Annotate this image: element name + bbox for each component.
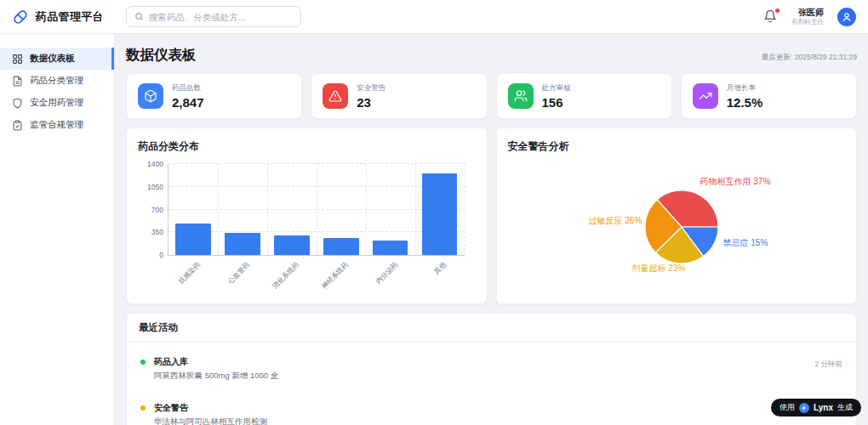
app-title: 药品管理平台 (36, 9, 104, 25)
recent-activity-title: 最近活动 (127, 314, 856, 343)
x-axis-label: 抗感染药 (176, 260, 202, 286)
stat-cards: 药品总数 2,847 安全警告 23 处方审核 156 (126, 73, 857, 119)
status-dot (140, 405, 146, 411)
bar-chart-title: 药品分类分布 (138, 139, 199, 154)
y-axis-tick: 700 (151, 206, 163, 214)
stat-label: 安全警告 (357, 83, 385, 94)
app-header: 药品管理平台 张医师 药剂科主任 (0, 0, 868, 34)
stat-card-monthly-growth: 月增长率 12.5% (681, 73, 857, 119)
lynx-logo-icon (799, 403, 809, 413)
x-axis-label: 内分泌药 (374, 260, 399, 286)
app-logo: 药品管理平台 (12, 8, 104, 26)
y-axis-tick: 0 (159, 251, 163, 259)
user-role: 药剂科主任 (792, 18, 825, 26)
stat-value: 12.5% (727, 95, 763, 110)
stat-card-prescription-review: 处方审核 156 (496, 73, 672, 119)
search-icon (134, 12, 144, 21)
pie-chart-plot: 药物相互作用 37%禁忌症 15%剂量超标 23%过敏反应 26% (497, 128, 857, 303)
badge-brand: Lynx (814, 403, 833, 412)
gridline (317, 164, 317, 255)
gridline (366, 164, 367, 255)
stat-value: 156 (542, 95, 571, 110)
sidebar-item-label: 安全用药管理 (30, 97, 83, 109)
activity-time: 2 分钟前 (814, 356, 842, 370)
activity-item-stock-in: 药品入库 阿莫西林胶囊 500mg 新增 1000 盒 2 分钟前 (140, 356, 842, 382)
x-axis-label: 其他 (432, 260, 448, 276)
gridline (415, 164, 416, 255)
users-icon (508, 83, 534, 109)
stat-value: 23 (357, 95, 385, 110)
pie-label-禁忌症: 禁忌症 15% (723, 237, 768, 249)
shield-icon (12, 98, 23, 109)
sidebar-item-label: 数据仪表板 (30, 53, 75, 65)
x-axis-label: 消化系统药 (270, 260, 300, 291)
gridline (267, 164, 268, 255)
activity-item-safety-warning: 安全警告 华法林与阿司匹林相互作用检测 (140, 402, 842, 425)
stat-label: 处方审核 (542, 83, 571, 94)
activity-desc: 阿莫西林胶囊 500mg 新增 1000 盒 (154, 371, 278, 382)
notification-dot (775, 8, 779, 13)
user-info: 张医师 药剂科主任 (792, 8, 825, 26)
stat-value: 2,847 (172, 95, 204, 110)
sidebar-item-safety[interactable]: 安全用药管理 (0, 92, 114, 114)
last-updated: 最后更新: 2025/8/29 21:31:29 (762, 53, 857, 63)
x-axis-label: 心血管药 (226, 260, 251, 286)
lynx-generated-badge[interactable]: 使用 Lynx 生成 (771, 399, 861, 416)
status-dot (140, 360, 146, 365)
sidebar-item-compliance[interactable]: 监管合规管理 (0, 114, 114, 136)
pie-label-过敏反应: 过敏反应 26% (589, 215, 642, 227)
x-axis-label: 神经系统药 (319, 260, 350, 291)
pie-label-药物相互作用: 药物相互作用 37% (700, 176, 771, 188)
dashboard-icon (12, 54, 23, 65)
bar-chart-plot: 035070010501400抗感染药心血管药消化系统药神经系统药内分泌药其他 (168, 164, 465, 256)
pie-label-剂量超标: 剂量超标 23% (632, 263, 686, 275)
gridline (218, 164, 219, 255)
pie-chart-card: 安全警告分析 药物相互作用 37%禁忌症 15%剂量超标 23%过敏反应 26% (496, 128, 858, 304)
badge-prefix: 使用 (779, 402, 795, 413)
stat-label: 月增长率 (727, 83, 763, 94)
notifications-button[interactable] (763, 9, 779, 25)
y-axis-tick: 1050 (147, 183, 163, 191)
y-axis-tick: 1400 (147, 160, 163, 168)
search-bar[interactable] (126, 6, 301, 27)
package-icon (138, 83, 163, 109)
activity-title: 药品入库 (154, 356, 278, 368)
document-icon (12, 76, 23, 87)
activity-title: 安全警告 (154, 402, 267, 414)
bar-消化系统药 (274, 235, 310, 255)
y-axis-tick: 350 (151, 228, 163, 236)
pie (644, 190, 719, 264)
sidebar-item-label: 监管合规管理 (30, 119, 83, 131)
capsule-logo-icon (12, 8, 29, 26)
badge-suffix: 生成 (837, 402, 853, 413)
recent-activity-card: 最近活动 药品入库 阿莫西林胶囊 500mg 新增 1000 盒 2 分钟前 安… (126, 313, 857, 425)
bar-心血管药 (225, 233, 260, 255)
sidebar-item-dashboard[interactable]: 数据仪表板 (0, 48, 114, 70)
bar-内分泌药 (373, 241, 408, 255)
alert-triangle-icon (323, 83, 348, 109)
search-input[interactable] (149, 12, 293, 22)
stat-card-total-drugs: 药品总数 2,847 (126, 73, 302, 119)
bar-抗感染药 (175, 224, 211, 255)
bar-神经系统药 (323, 238, 359, 255)
activity-desc: 华法林与阿司匹林相互作用检测 (154, 416, 267, 425)
bar-其他 (422, 173, 458, 255)
main-content: 数据仪表板 最后更新: 2025/8/29 21:31:29 药品总数 2,84… (115, 34, 868, 425)
sidebar-item-label: 药品分类管理 (30, 75, 83, 87)
sidebar-item-categories[interactable]: 药品分类管理 (0, 70, 114, 92)
stat-label: 药品总数 (172, 83, 204, 94)
sidebar: 数据仪表板 药品分类管理 安全用药管理 监管合规管理 (0, 34, 115, 425)
trending-up-icon (693, 83, 718, 109)
user-avatar[interactable] (837, 8, 856, 26)
bar-chart-card: 药品分类分布 035070010501400抗感染药心血管药消化系统药神经系统药… (126, 128, 488, 304)
stat-card-safety-warnings: 安全警告 23 (311, 73, 487, 119)
page-title: 数据仪表板 (126, 46, 197, 65)
clipboard-icon (12, 120, 23, 131)
user-name: 张医师 (792, 8, 825, 19)
gridline (465, 164, 465, 255)
